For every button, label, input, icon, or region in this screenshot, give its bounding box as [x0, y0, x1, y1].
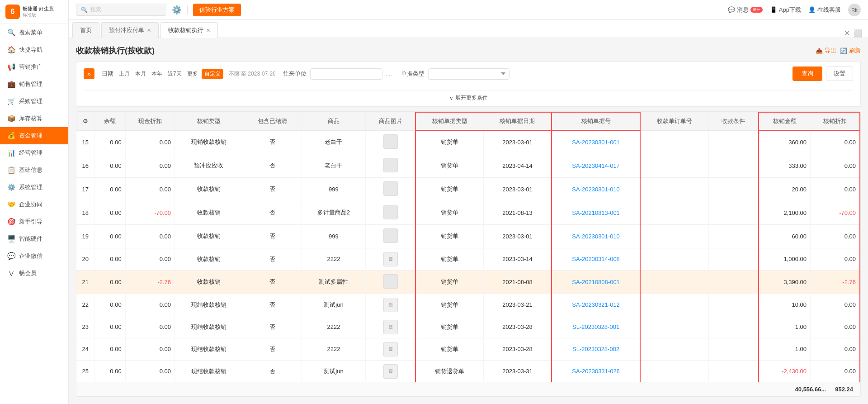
date-option-this-year[interactable]: 本年 — [150, 69, 164, 79]
date-option-last-month[interactable]: 上月 — [117, 69, 132, 79]
tab-home[interactable]: 首页 — [72, 22, 99, 38]
cell-no-21: 21 — [76, 270, 94, 294]
cell-bill-date-18: 2021-08-13 — [484, 201, 552, 224]
cell-balance-20: 0.00 — [94, 248, 125, 270]
voucher-type-label: 单据类型 — [401, 70, 425, 78]
cell-bill-date-24: 2023-03-28 — [484, 338, 552, 360]
cell-no-24: 24 — [76, 338, 94, 360]
date-range-display: 不限 至 2023-07-26 — [229, 70, 276, 78]
bill-no-link-20[interactable]: SA-20230314-008 — [572, 256, 620, 262]
date-option-7days[interactable]: 近7天 — [166, 69, 184, 79]
messages-btn[interactable]: 💬 消息 99+ — [728, 6, 763, 14]
bill-no-link-24[interactable]: SL-20230328-002 — [572, 346, 619, 352]
table-scroll[interactable]: ⚙ 余额 现金折扣 核销类型 包含已结清 商品 商品图片 核销单据类型 核销单据… — [76, 112, 860, 382]
sidebar-item-guide[interactable]: 🎯 新手引导 — [0, 213, 68, 230]
window-minimize-icon[interactable]: ✕ — [844, 29, 850, 38]
settings-icon[interactable]: ⚙️ — [172, 5, 182, 15]
cell-verify-discount-20: 0.00 — [810, 248, 860, 270]
messages-badge: 99+ — [750, 7, 763, 13]
bill-no-link-21[interactable]: SA-20210808-001 — [572, 279, 620, 285]
tab-collect-close[interactable]: ✕ — [206, 28, 210, 33]
cell-product-24: 2222 — [302, 338, 365, 360]
bill-no-link-16[interactable]: SA-20230414-017 — [572, 162, 620, 169]
col-header-verify-amount: 核销金额 — [759, 112, 811, 130]
product-img-22: 🖼 — [383, 298, 398, 312]
cell-bill-type-19: 销货单 — [415, 224, 484, 248]
date-option-this-month[interactable]: 本月 — [133, 69, 148, 79]
cell-bill-no-15: SA-20230301-001 — [552, 130, 640, 154]
cell-bill-date-20: 2023-03-14 — [484, 248, 552, 270]
cell-product-16: 老白干 — [302, 154, 365, 177]
sidebar-item-collab[interactable]: 🤝 企业协同 — [0, 196, 68, 213]
bill-no-link-22[interactable]: SA-20230321-012 — [572, 301, 620, 308]
cell-collect-order-no-22 — [640, 294, 708, 316]
top-bar-divider — [187, 5, 188, 14]
bill-no-link-25[interactable]: SA-20230331-026 — [572, 368, 620, 375]
sidebar-icon-guide: 🎯 — [7, 218, 15, 226]
cell-balance-21: 0.00 — [94, 270, 125, 294]
sidebar-label-hardware: 智能硬件 — [19, 235, 42, 243]
date-filter-group: 日期 上月 本月 本年 近7天 更多 自定义 不限 至 2023-07-26 — [102, 69, 276, 79]
cell-verify-discount-22: 0.00 — [810, 294, 860, 316]
industry-btn[interactable]: 休验行业方案 — [193, 4, 241, 16]
date-option-more[interactable]: 更多 — [185, 69, 200, 79]
cell-balance-23: 0.00 — [94, 316, 125, 338]
filter-settings-btn[interactable]: 设置 — [826, 67, 853, 81]
sidebar-item-basic[interactable]: 📋 基础信息 — [0, 162, 68, 179]
sidebar-item-purchase[interactable]: 🛒 采购管理 — [0, 93, 68, 110]
app-download-btn[interactable]: 📱 App下载 — [770, 6, 801, 14]
sidebar-item-system[interactable]: ⚙️ 系统管理 — [0, 179, 68, 196]
cell-verify-type-21: 收款核销 — [175, 270, 243, 294]
top-search-box[interactable]: 🔍 搜索 — [76, 4, 166, 16]
query-btn[interactable]: 查询 — [793, 67, 822, 81]
sidebar-item-hardware[interactable]: 🖥️ 智能硬件 — [0, 230, 68, 247]
cell-bill-no-20: SA-20230314-008 — [552, 248, 640, 270]
bill-no-link-18[interactable]: SA-20210813-001 — [572, 209, 620, 216]
sidebar-icon-finance: 💰 — [7, 132, 15, 140]
export-btn[interactable]: 📤 导出 — [816, 47, 836, 55]
refresh-icon: 🔄 — [840, 48, 847, 54]
window-maximize-icon[interactable]: ⬜ — [854, 29, 863, 38]
cell-product-18: 多计量商品2 — [302, 201, 365, 224]
cell-bill-no-24: SL-20230328-002 — [552, 338, 640, 360]
cell-no-22: 22 — [76, 294, 94, 316]
sidebar-item-operation[interactable]: 📊 经营管理 — [0, 144, 68, 162]
bill-no-link-23[interactable]: SL-20230328-001 — [572, 323, 619, 330]
app-version: 标准版 — [23, 12, 54, 18]
cell-include-settled-17: 否 — [243, 177, 302, 201]
cell-bill-date-17: 2023-03-01 — [484, 177, 552, 201]
sidebar-item-marketing[interactable]: 📢 营销推广 — [0, 58, 68, 76]
online-service-btn[interactable]: 👤 在线客服 — [808, 6, 841, 14]
sidebar-item-finance[interactable]: 💰 资金管理 — [0, 127, 68, 144]
page-content: 收款核销执行(按收款) 📤 导出 🔄 刷新 » 日期 — [69, 38, 868, 404]
sidebar-item-member[interactable]: V 畅会员 — [0, 265, 68, 282]
date-option-custom[interactable]: 自定义 — [202, 69, 223, 79]
col-header-settings[interactable]: ⚙ — [76, 112, 94, 130]
sidebar-item-search[interactable]: 🔍 搜索菜单 — [0, 24, 68, 41]
sidebar-item-sales[interactable]: 💼 销售管理 — [0, 76, 68, 93]
refresh-btn[interactable]: 🔄 刷新 — [840, 47, 861, 55]
cell-product-img-16 — [366, 154, 415, 177]
col-header-bill-date: 核销单据日期 — [484, 112, 552, 130]
from-unit-input[interactable] — [310, 68, 382, 80]
bill-no-link-19[interactable]: SA-20230301-010 — [572, 233, 620, 240]
bill-no-link-15[interactable]: SA-20230301-001 — [572, 139, 620, 146]
expand-more-conditions[interactable]: ∨ 展开更多条件 — [84, 90, 853, 102]
sidebar-item-inventory[interactable]: 📦 库存核算 — [0, 110, 68, 127]
voucher-type-select[interactable] — [428, 68, 509, 80]
tab-collect[interactable]: 收款核销执行 ✕ — [160, 22, 218, 38]
sidebar: 6 畅捷通·好生意 标准版 🔍 搜索菜单 🏠 快捷导航 📢 营销推广 💼 销售管… — [0, 0, 69, 404]
sidebar-label-search: 搜索菜单 — [19, 29, 42, 37]
user-avatar[interactable]: Rit — [848, 4, 861, 16]
sidebar-icon-hardware: 🖥️ — [7, 235, 15, 243]
product-img-15 — [383, 134, 398, 149]
cell-cash-discount-16: 0.00 — [125, 154, 175, 177]
sidebar-item-wechat[interactable]: 💬 企业微信 — [0, 247, 68, 265]
tab-prepay[interactable]: 预付冲应付单 ✕ — [101, 22, 159, 38]
sidebar-label-basic: 基础信息 — [19, 166, 42, 174]
cell-product-img-19 — [366, 224, 415, 248]
sidebar-item-quicknav[interactable]: 🏠 快捷导航 — [0, 41, 68, 58]
filter-expand-btn[interactable]: » — [84, 68, 94, 79]
tab-prepay-close[interactable]: ✕ — [147, 28, 151, 33]
bill-no-link-17[interactable]: SA-20230301-010 — [572, 186, 620, 193]
